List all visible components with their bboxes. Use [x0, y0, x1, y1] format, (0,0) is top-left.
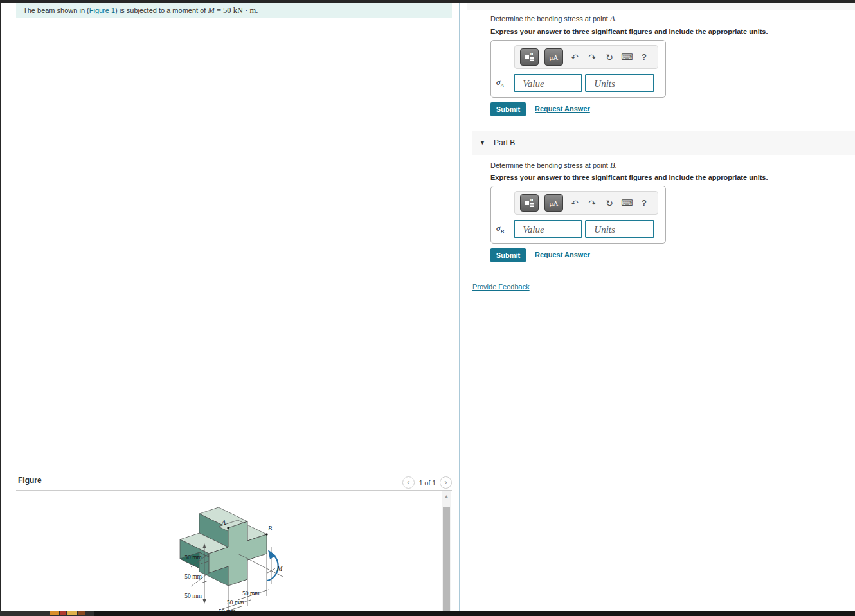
taskbar-color-1	[50, 611, 59, 615]
taskbar-color-3	[67, 611, 77, 615]
moment-variable: M	[208, 6, 214, 15]
part-b-sigma-label: σB	[496, 223, 504, 235]
redo-icon[interactable]: ↷	[586, 52, 598, 62]
keyboard-icon[interactable]: ⌨	[621, 198, 633, 208]
part-b-equals: =	[506, 225, 510, 233]
reset-icon[interactable]: ↻	[604, 52, 615, 62]
problem-text-prefix: The beam shown in (	[23, 6, 89, 14]
figure-1-link[interactable]: Figure 1	[89, 6, 115, 14]
screen: The beam shown in (Figure 1) is subjecte…	[0, 0, 855, 616]
part-b-prompt: Determine the bending stress at point B.	[491, 161, 617, 170]
taskbar-segment	[0, 611, 94, 616]
units-template-icon[interactable]: μA	[544, 194, 563, 212]
part-b-value-input[interactable]	[514, 220, 582, 238]
scrollbar-up-icon[interactable]: ▲	[442, 491, 451, 502]
part-b-prompt-text: Determine the bending stress at point	[491, 161, 610, 169]
part-a-equation-toolbar: u μA ↶ ↷ ↻ ⌨ ?	[514, 45, 658, 69]
part-a-request-answer-link[interactable]: Request Answer	[535, 105, 590, 113]
part-b-equation-toolbar: u μA ↶ ↷ ↻ ⌨ ?	[514, 191, 658, 215]
undo-icon[interactable]: ↶	[569, 198, 580, 208]
moment-arrowhead	[268, 550, 276, 559]
part-b-prompt-period: .	[615, 161, 617, 169]
dim-label-2: 50 mm	[184, 574, 202, 580]
figure-section-title: Figure	[18, 476, 42, 485]
units-template-label: μA	[550, 53, 559, 61]
moment-label: M	[276, 565, 283, 572]
part-a-value-input[interactable]	[514, 74, 582, 92]
part-b-header-label: Part B	[494, 138, 515, 147]
dim-arrow-bottom	[203, 599, 206, 604]
part-a-header-partial	[467, 3, 855, 10]
part-a-answer-box: u μA ↶ ↷ ↻ ⌨ ? σA =	[491, 40, 666, 98]
part-b-submit-button[interactable]: Submit	[491, 248, 526, 262]
dim-label-5: 50 mm	[227, 599, 244, 606]
part-a-prompt-text: Determine the bending stress at point	[491, 15, 610, 23]
point-b-dot	[266, 533, 267, 535]
window-bottom-edge	[0, 611, 855, 616]
part-b-answer-box: u μA ↶ ↷ ↻ ⌨ ? σB =	[491, 186, 666, 244]
taskbar-color-2	[60, 611, 66, 615]
equation-editor-icon[interactable]: u	[520, 48, 539, 66]
dim-label-4: 50 mm	[242, 590, 260, 597]
figure-page-indicator: 1 of 1	[417, 479, 438, 487]
undo-icon[interactable]: ↶	[569, 52, 580, 62]
provide-feedback-link[interactable]: Provide Feedback	[473, 283, 530, 291]
units-template-icon[interactable]: μA	[544, 48, 563, 66]
figure-prev-button[interactable]: ‹	[402, 476, 415, 489]
part-b-header[interactable]: ▼ Part B	[473, 131, 855, 155]
part-a-instruction: Express your answer to three significant…	[491, 28, 768, 35]
point-a-dot	[227, 527, 229, 529]
part-a-sigma-label: σA	[496, 77, 504, 89]
part-b-instruction: Express your answer to three significant…	[491, 174, 768, 181]
part-b-answer-row: σB =	[496, 219, 654, 239]
reset-icon[interactable]: ↻	[604, 198, 615, 208]
help-icon[interactable]: ?	[638, 198, 650, 208]
keyboard-icon[interactable]: ⌨	[621, 52, 633, 62]
part-b-units-input[interactable]	[585, 220, 654, 238]
beam-figure: A B M 50 mm 50 mm 50 mm 50 mm 50 mm 50 m…	[161, 503, 289, 616]
part-a-prompt-period: .	[615, 15, 617, 23]
problem-statement: The beam shown in (Figure 1) is subjecte…	[16, 3, 452, 18]
panel-divider	[459, 3, 460, 616]
units-template-label: μA	[550, 199, 559, 207]
window-left-edge	[0, 0, 1, 616]
part-b-request-answer-link[interactable]: Request Answer	[535, 251, 590, 258]
figure-scrollbar[interactable]: ▲	[442, 491, 451, 616]
problem-text-mid: ) is subjected to a moment of	[115, 6, 208, 14]
collapse-triangle-icon: ▼	[480, 140, 485, 146]
moment-value: = 50 kN · m.	[215, 6, 258, 15]
dim-label-1: 50 mm	[184, 554, 202, 561]
redo-icon[interactable]: ↷	[586, 198, 598, 208]
equation-editor-icon[interactable]: u	[520, 194, 539, 212]
help-icon[interactable]: ?	[638, 52, 650, 62]
part-a-answer-row: σA =	[496, 73, 654, 93]
point-b-label: B	[268, 525, 272, 532]
part-a-point-var: A	[610, 14, 615, 23]
part-b-point-var: B	[610, 161, 615, 170]
figure-next-button[interactable]: ›	[440, 476, 452, 489]
chevron-right-icon: ›	[444, 477, 447, 487]
scrollbar-thumb[interactable]	[443, 507, 450, 616]
part-a-submit-button[interactable]: Submit	[491, 102, 526, 116]
chevron-left-icon: ‹	[407, 477, 410, 487]
part-a-prompt: Determine the bending stress at point A.	[491, 14, 617, 24]
part-a-equals: =	[506, 79, 510, 87]
dim-label-3: 50 mm	[184, 593, 202, 599]
part-a-units-input[interactable]	[585, 74, 654, 92]
taskbar-color-4	[78, 611, 86, 615]
point-a-label: A	[221, 519, 226, 526]
